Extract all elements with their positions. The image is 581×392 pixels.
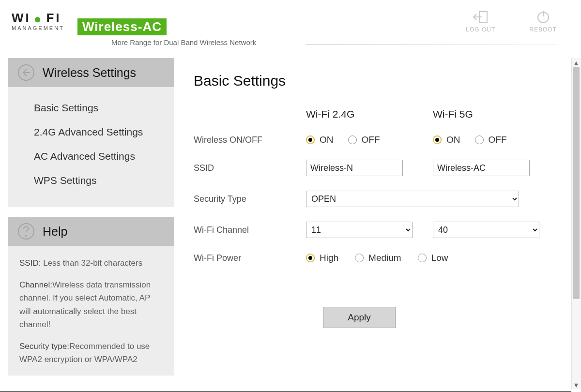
- sidebar-header-help[interactable]: Help: [8, 217, 174, 246]
- logout-icon: [473, 10, 489, 24]
- brand-logo: WI●FI MANAGEMENT: [12, 11, 64, 31]
- header: WI●FI MANAGEMENT Wireless-AC More Range …: [0, 0, 581, 53]
- label-power: Wi-Fi Power: [194, 253, 300, 263]
- col-header-24g: Wi-Fi 2.4G: [306, 108, 427, 120]
- header-divider: [306, 45, 557, 45]
- logout-button[interactable]: LOG OUT: [466, 10, 495, 33]
- reboot-label: REBOOT: [529, 26, 557, 33]
- radio-power-high[interactable]: High: [306, 253, 338, 263]
- reboot-button[interactable]: REBOOT: [529, 10, 557, 33]
- col-header-5g: Wi-Fi 5G: [433, 108, 554, 120]
- apply-button[interactable]: Apply: [323, 307, 396, 328]
- label-ssid: SSID: [194, 163, 300, 173]
- security-select[interactable]: OPEN: [306, 191, 519, 207]
- scroll-thumb[interactable]: [573, 67, 580, 299]
- sidebar-title: Wireless Settings: [43, 66, 136, 80]
- brand-chip-block: Wireless-AC More Range for Dual Band Wir…: [77, 18, 256, 46]
- sidebar-item-ac-advanced[interactable]: AC Advanced Settings: [34, 144, 174, 168]
- radio-24g-off[interactable]: OFF: [348, 135, 380, 145]
- brand-line1: WI●FI: [12, 11, 64, 27]
- label-channel: Wi-Fi Channel: [194, 225, 300, 235]
- page-title: Basic Settings: [194, 73, 554, 89]
- radio-5g-off[interactable]: OFF: [475, 135, 507, 145]
- radio-24g-on[interactable]: ON: [306, 135, 334, 145]
- scroll-down-icon[interactable]: ▾: [572, 380, 581, 389]
- brand-line2: MANAGEMENT: [12, 25, 64, 31]
- sidebar-item-24g-advanced[interactable]: 2.4G Advanced Settings: [34, 120, 174, 144]
- help-title: Help: [43, 225, 67, 239]
- help-icon: [17, 223, 35, 240]
- sidebar-item-basic[interactable]: Basic Settings: [34, 96, 174, 120]
- back-arrow-icon: [17, 64, 35, 81]
- sidebar-header-wireless[interactable]: Wireless Settings: [8, 58, 174, 87]
- channel-5g-select[interactable]: 40: [433, 222, 539, 238]
- ssid-5g-input[interactable]: [433, 160, 530, 176]
- brand-tagline: More Range for Dual Band Wireless Networ…: [111, 38, 256, 46]
- ssid-24g-input[interactable]: [306, 160, 403, 176]
- label-wireless-onoff: Wireless ON/OFF: [194, 135, 300, 145]
- main-panel: Basic Settings Wi-Fi 2.4G Wi-Fi 5G Wirel…: [174, 58, 581, 391]
- channel-24g-select[interactable]: 11: [306, 222, 413, 238]
- brand-underline: [8, 38, 71, 38]
- radio-power-low[interactable]: Low: [418, 253, 448, 263]
- svg-point-5: [26, 235, 27, 236]
- power-icon: [536, 10, 550, 24]
- sidebar: Wireless Settings Basic Settings 2.4G Ad…: [8, 58, 174, 391]
- help-body: SSID: Less than 32-bit characters Channe…: [8, 246, 174, 376]
- label-security: Security Type: [194, 194, 300, 204]
- scrollbar[interactable]: ▴ ▾: [571, 58, 581, 389]
- logout-label: LOG OUT: [466, 26, 495, 33]
- brand-chip: Wireless-AC: [77, 18, 167, 35]
- radio-5g-on[interactable]: ON: [433, 135, 460, 145]
- radio-power-medium[interactable]: Medium: [355, 253, 401, 263]
- sidebar-item-wps[interactable]: WPS Settings: [34, 168, 174, 193]
- scroll-up-icon[interactable]: ▴: [572, 58, 581, 67]
